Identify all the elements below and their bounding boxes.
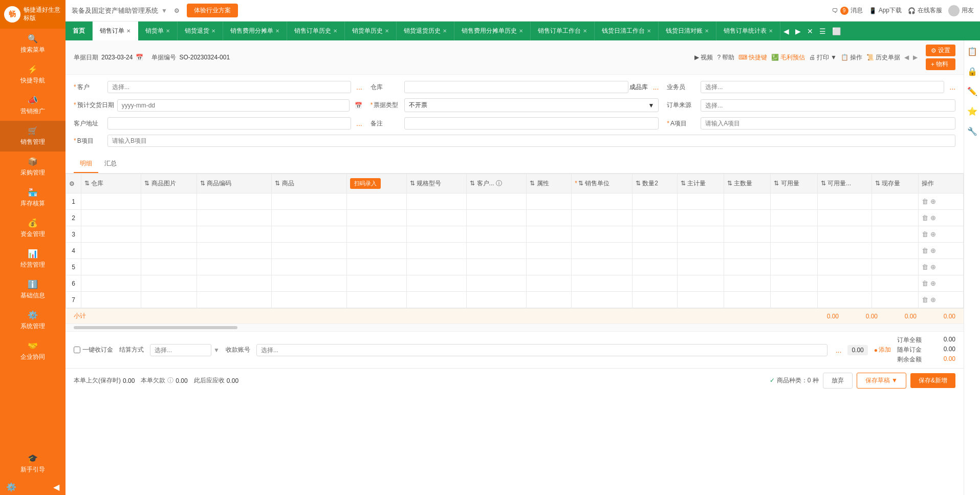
th-settings[interactable]: ⚙	[66, 174, 81, 193]
row-attr-5[interactable]	[527, 259, 572, 275]
row-copy-2[interactable]: ⊕	[930, 214, 936, 222]
row-main-qty-6[interactable]	[724, 275, 771, 292]
row-attr-4[interactable]	[527, 243, 572, 259]
nav-tab-sales-expense[interactable]: 销售费用分摊单 ✕	[223, 21, 287, 40]
nav-tab-close-5[interactable]: ✕	[385, 28, 389, 34]
delivery-calendar-icon[interactable]: 📅	[355, 102, 362, 109]
sidebar-collapse-icon[interactable]: ◀	[53, 482, 59, 492]
row-code-1[interactable]	[197, 193, 272, 210]
row-customer-5[interactable]	[467, 259, 527, 275]
row-product-4[interactable]	[272, 243, 346, 259]
sidebar-item-marketing[interactable]: 📣 营销推广	[0, 90, 66, 121]
scan-button[interactable]: 扫码录入	[350, 178, 381, 189]
row-code-6[interactable]	[197, 275, 272, 292]
online-service-button[interactable]: 🎧 在线客服	[908, 6, 942, 15]
row-main-qty-1[interactable]	[724, 193, 771, 210]
row-attr-2[interactable]	[527, 210, 572, 226]
nav-next-arrow[interactable]: ▶	[792, 27, 804, 35]
discard-button[interactable]: 放弃	[823, 373, 853, 389]
row-warehouse-3[interactable]	[81, 226, 141, 243]
save-draft-button[interactable]: 保存草稿 ▼	[857, 373, 906, 389]
row-copy-7[interactable]: ⊕	[930, 296, 936, 304]
row-product-6[interactable]	[272, 275, 346, 292]
nav-close-all[interactable]: ✕	[804, 27, 816, 35]
row-main-unit-4[interactable]	[677, 243, 724, 259]
row-product-2[interactable]	[272, 210, 346, 226]
row-main-qty-5[interactable]	[724, 259, 771, 275]
nav-tab-expense-history[interactable]: 销售费用分摊单历史 ✕	[454, 21, 531, 40]
payment-method-select[interactable]: ▼	[150, 344, 220, 356]
nav-tab-invoice-history[interactable]: 销货单历史 ✕	[345, 21, 397, 40]
profit-estimate-button[interactable]: 💹 毛利预估	[771, 53, 805, 62]
nav-tab-sales-order-history[interactable]: 销售订单历史 ✕	[287, 21, 345, 40]
row-spec-6[interactable]	[407, 275, 467, 292]
row-customer-2[interactable]	[467, 210, 527, 226]
tab-detail[interactable]: 明细	[74, 155, 98, 173]
nav-tab-close-2[interactable]: ✕	[211, 28, 215, 34]
sidebar-item-newbie[interactable]: 🎓 新手引导	[0, 448, 66, 479]
row-warehouse-5[interactable]	[81, 259, 141, 275]
nav-tab-sales-invoice[interactable]: 销货单 ✕	[138, 21, 178, 40]
row-spec-3[interactable]	[407, 226, 467, 243]
nav-tab-close-0[interactable]: ✕	[126, 28, 130, 34]
row-copy-6[interactable]: ⊕	[930, 279, 936, 287]
nav-tab-close-10[interactable]: ✕	[705, 28, 709, 34]
row-copy-1[interactable]: ⊕	[930, 198, 936, 205]
row-customer-4[interactable]	[467, 243, 527, 259]
invoice-select[interactable]: 不开票 ▼	[404, 98, 659, 112]
print-dropdown-icon[interactable]: ▼	[831, 54, 837, 61]
row-main-unit-7[interactable]	[677, 292, 724, 308]
staff-more-btn[interactable]: ...	[949, 83, 955, 91]
row-code-4[interactable]	[197, 243, 272, 259]
sidebar-item-quick-nav[interactable]: ⚡ 快捷导航	[0, 59, 66, 90]
nav-tab-close-3[interactable]: ✕	[275, 28, 279, 34]
one-click-checkbox[interactable]	[74, 347, 80, 353]
nav-tab-statistics[interactable]: 销售订单统计表 ✕	[716, 21, 780, 40]
row-warehouse-6[interactable]	[81, 275, 141, 292]
help-button[interactable]: ? 帮助	[717, 53, 734, 62]
row-warehouse-2[interactable]	[81, 210, 141, 226]
row-unit-4[interactable]	[572, 243, 633, 259]
nav-left-icon[interactable]: ◀	[904, 54, 909, 61]
right-tool-edit[interactable]: ✏️	[965, 84, 979, 98]
row-attr-7[interactable]	[527, 292, 572, 308]
row-unit-2[interactable]	[572, 210, 633, 226]
row-unit-7[interactable]	[572, 292, 633, 308]
row-warehouse-4[interactable]	[81, 243, 141, 259]
nav-tab-sales-order[interactable]: 销售订单 ✕	[93, 21, 138, 40]
row-code-7[interactable]	[197, 292, 272, 308]
horizontal-scrollbar[interactable]	[74, 326, 237, 329]
add-material-button[interactable]: + 物料	[926, 58, 955, 70]
row-delete-5[interactable]: 🗑	[922, 263, 928, 271]
row-main-unit-5[interactable]	[677, 259, 724, 275]
warehouse-more-btn[interactable]: ...	[653, 83, 659, 91]
nav-tab-close-8[interactable]: ✕	[583, 28, 587, 34]
dropdown-icon[interactable]: ▼	[161, 7, 167, 14]
row-delete-1[interactable]: 🗑	[922, 198, 928, 205]
shortcut-button[interactable]: ⌨ 快捷键	[738, 53, 767, 62]
industry-solution-button[interactable]: 体验行业方案	[187, 4, 238, 17]
row-warehouse-7[interactable]	[81, 292, 141, 308]
row-customer-3[interactable]	[467, 226, 527, 243]
row-unit-5[interactable]	[572, 259, 633, 275]
row-unit-1[interactable]	[572, 193, 633, 210]
row-qty2-1[interactable]	[632, 193, 677, 210]
nav-tab-sales-return[interactable]: 销货退货 ✕	[178, 21, 223, 40]
row-delete-6[interactable]: 🗑	[922, 279, 928, 287]
address-more-btn[interactable]: ...	[356, 119, 362, 127]
nav-tab-reconciliation[interactable]: 钱货日清对账 ✕	[659, 21, 716, 40]
nav-tab-home[interactable]: 首页	[66, 21, 93, 40]
nav-tab-return-history[interactable]: 销货退货历史 ✕	[397, 21, 454, 40]
row-main-qty-3[interactable]	[724, 226, 771, 243]
row-attr-1[interactable]	[527, 193, 572, 210]
row-delete-7[interactable]: 🗑	[922, 296, 928, 304]
row-product-3[interactable]	[272, 226, 346, 243]
row-qty2-4[interactable]	[632, 243, 677, 259]
row-spec-1[interactable]	[407, 193, 467, 210]
save-draft-dropdown-icon[interactable]: ▼	[891, 377, 898, 384]
sidebar-item-search[interactable]: 🔍 搜索菜单	[0, 29, 66, 59]
row-customer-6[interactable]	[467, 275, 527, 292]
user-menu-button[interactable]: 用友	[948, 5, 974, 16]
topbar-settings-icon[interactable]: ⚙	[171, 5, 183, 16]
nav-menu-icon[interactable]: ☰	[816, 27, 829, 35]
